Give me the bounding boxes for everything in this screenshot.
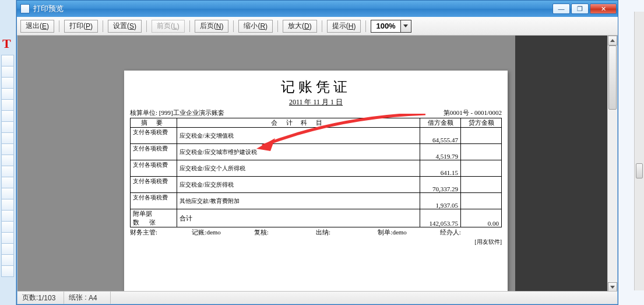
- underlying-scrollbar[interactable]: [634, 12, 644, 290]
- voucher-date: 2011 年 11 月 1 日: [130, 97, 502, 107]
- brand-footer: [用友软件]: [130, 238, 502, 246]
- toolbar: 退出(E) 打印(P) 设置(S) 前页(L) 后页(N) 缩小(R) 放大(D…: [17, 17, 618, 36]
- total-credit: 0.00: [461, 209, 502, 227]
- zoom-out-button[interactable]: 缩小(R): [238, 20, 273, 33]
- exit-button[interactable]: 退出(E): [20, 20, 54, 33]
- toolbar-separator: [277, 20, 278, 32]
- toolbar-separator: [59, 20, 59, 32]
- cell-subject: 应交税金/应交所得税: [177, 177, 420, 193]
- cell-subject: 应交税金/应交个人所得税: [177, 160, 420, 177]
- voucher-number: 第0001号 - 0001/0002: [444, 108, 502, 117]
- voucher-title: 记账凭证: [130, 78, 502, 96]
- col-debit: 借方金额: [420, 118, 461, 128]
- close-button[interactable]: ✕: [590, 3, 617, 14]
- cell-credit: [461, 128, 502, 144]
- table-row: 支付各项税费应交税金/未交增值税64,555.47: [131, 128, 502, 144]
- toolbar-separator: [146, 20, 147, 32]
- preview-scrollbar[interactable]: [607, 36, 617, 292]
- chevron-down-icon[interactable]: [400, 20, 411, 32]
- underlying-left-pane: T: [0, 0, 16, 305]
- minimize-button[interactable]: —: [552, 3, 570, 14]
- preview-side-panel: [515, 36, 608, 292]
- scroll-thumb[interactable]: [608, 45, 617, 110]
- cell-credit: [461, 193, 502, 209]
- voucher-footer: 财务主管: 记账:demo 复核: 出纳: 制单:demo 经办人:: [130, 228, 502, 237]
- prev-page-button[interactable]: 前页(L): [152, 20, 185, 33]
- scroll-up-icon[interactable]: [608, 36, 617, 45]
- col-credit: 贷方金额: [461, 118, 502, 128]
- window-icon: [20, 4, 30, 13]
- underlying-row-headers: [1, 55, 14, 276]
- total-row: 附单据数 张 合计 142,053.75 0.00: [131, 209, 502, 227]
- total-label: 合计: [177, 209, 420, 227]
- cell-summary: 支付各项税费: [131, 128, 177, 144]
- print-preview-window: 打印预览 — ❐ ✕ 退出(E) 打印(P) 设置(S) 前页(L) 后页(N): [16, 0, 618, 305]
- cell-summary: 支付各项税费: [131, 144, 177, 160]
- cell-subject: 应交税金/应交城市维护建设税: [177, 144, 420, 160]
- underlying-scroll-thumb[interactable]: [636, 163, 643, 178]
- voucher-document: 记账凭证 2011 年 11 月 1 日 核算单位: [999]工业企业演示账套…: [124, 71, 508, 246]
- table-row: 支付各项税费应交税金/应交城市维护建设税4,519.79: [131, 144, 502, 160]
- hint-button[interactable]: 提示(H): [327, 20, 361, 33]
- setup-button[interactable]: 设置(S): [108, 20, 142, 33]
- toolbar-separator: [103, 20, 103, 32]
- table-row: 支付各项税费应交税金/应交个人所得税641.15: [131, 160, 502, 177]
- status-pages: 页数:1/103: [17, 292, 64, 304]
- cell-debit: 1,937.05: [420, 193, 461, 209]
- table-row: 支付各项税费其他应交款/教育费附加1,937.05: [131, 193, 502, 209]
- cell-debit: 64,555.47: [420, 128, 461, 144]
- col-summary: 摘 要: [131, 118, 177, 128]
- zoom-combo[interactable]: 100%: [371, 20, 411, 33]
- zoom-in-button[interactable]: 放大(D): [283, 20, 317, 33]
- cell-credit: [461, 144, 502, 160]
- page-preview: 记账凭证 2011 年 11 月 1 日 核算单位: [999]工业企业演示账套…: [124, 71, 508, 292]
- toolbox-T-icon: T: [2, 36, 11, 51]
- zoom-value: 100%: [371, 20, 400, 32]
- toolbar-separator: [322, 20, 322, 32]
- cell-subject: 应交税金/未交增值税: [177, 128, 420, 144]
- preview-viewport[interactable]: 记账凭证 2011 年 11 月 1 日 核算单位: [999]工业企业演示账套…: [17, 36, 608, 292]
- cell-summary: 支付各项税费: [131, 160, 177, 177]
- cell-debit: 4,519.79: [420, 144, 461, 160]
- statusbar: 页数:1/103 纸张 : A4: [17, 291, 617, 304]
- cell-subject: 其他应交款/教育费附加: [177, 193, 420, 209]
- maximize-button[interactable]: ❐: [571, 3, 589, 14]
- status-paper: 纸张 : A4: [64, 292, 111, 304]
- toolbar-separator: [233, 20, 234, 32]
- attach-cell: 附单据数 张: [131, 209, 177, 227]
- print-button[interactable]: 打印(P): [64, 20, 98, 33]
- toolbar-separator: [189, 20, 190, 32]
- cell-summary: 支付各项税费: [131, 193, 177, 209]
- voucher-unit: 核算单位: [999]工业企业演示账套: [130, 108, 224, 117]
- titlebar: 打印预览 — ❐ ✕: [17, 1, 618, 17]
- voucher-table: 摘 要 会 计 科 目 借方金额 贷方金额 支付各项税费应交税金/未交增值税64…: [130, 118, 502, 227]
- total-debit: 142,053.75: [420, 209, 461, 227]
- cell-credit: [461, 160, 502, 177]
- table-row: 支付各项税费应交税金/应交所得税70,337.29: [131, 177, 502, 193]
- col-subject: 会 计 科 目: [177, 118, 420, 128]
- cell-summary: 支付各项税费: [131, 177, 177, 193]
- cell-debit: 70,337.29: [420, 177, 461, 193]
- cell-credit: [461, 177, 502, 193]
- scroll-track[interactable]: [608, 45, 617, 282]
- window-title: 打印预览: [33, 3, 64, 14]
- next-page-button[interactable]: 后页(N): [195, 20, 229, 33]
- toolbar-separator: [365, 20, 366, 32]
- cell-debit: 641.15: [420, 160, 461, 177]
